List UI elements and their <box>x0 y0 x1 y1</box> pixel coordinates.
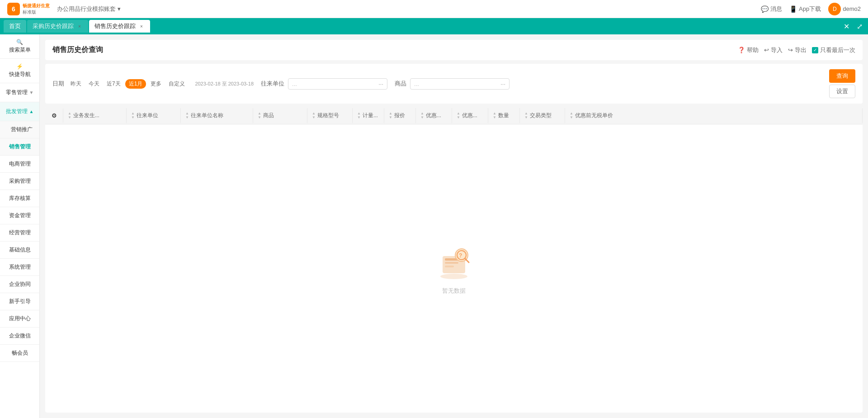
date-label: 日期 <box>52 80 64 88</box>
user-name: demo2 <box>843 5 861 12</box>
app-download-btn[interactable]: 📱 App下载 <box>789 5 821 13</box>
tab-purchase[interactable]: 采购历史价跟踪 × <box>27 20 88 33</box>
sidebar-item-sales-mgmt[interactable]: 销售管理 <box>0 138 39 156</box>
tab-home[interactable]: 首页 <box>4 20 26 33</box>
th-product[interactable]: ▲ ▼ 商品 <box>253 108 307 123</box>
source-ellipsis[interactable]: ··· <box>378 81 383 87</box>
header-right: 💬 消息 📱 App下载 D demo2 <box>761 3 861 15</box>
date-btn-custom[interactable]: 自定义 <box>166 79 188 89</box>
checkbox-icon: ✓ <box>812 47 818 53</box>
date-btn-more[interactable]: 更多 <box>148 79 164 89</box>
only-last-checkbox[interactable]: ✓ 只看最后一次 <box>812 46 855 54</box>
sidebar-item-system[interactable]: 系统管理 <box>0 259 39 276</box>
sidebar-item-corp[interactable]: 企业协同 <box>0 276 39 293</box>
svg-line-7 <box>465 259 469 262</box>
source-placeholder: ... <box>292 81 297 87</box>
help-btn[interactable]: ❓ 帮助 <box>738 46 759 54</box>
table-header: ⚙ ▲ ▼ 业务发生... ▲ ▼ 往来单位 <box>45 107 863 124</box>
table-settings-icon[interactable]: ⚙ <box>45 109 63 123</box>
sidebar-item-member[interactable]: 畅会员 <box>0 345 39 362</box>
top-header: 6 畅捷通好生意标准版 办公用品行业模拟账套 ▾ 💬 消息 📱 App下载 D … <box>0 0 868 18</box>
sidebar-item-corp-wechat[interactable]: 企业微信 <box>0 328 39 345</box>
sort-unit-id: ▲ ▼ <box>131 112 135 119</box>
sidebar: 🔍 搜索菜单 ⚡ 快捷导航 零售管理 ▼ 批发管理 ▲ 营销推广 销售管理 电商… <box>0 34 40 418</box>
product-label: 商品 <box>395 80 406 88</box>
tab-home-label: 首页 <box>9 22 21 30</box>
th-notax-price[interactable]: ▲ ▼ 优惠前无税单价 <box>565 108 863 123</box>
query-button[interactable]: 查询 <box>829 69 855 83</box>
sidebar-item-search[interactable]: 🔍 搜索菜单 <box>0 34 39 59</box>
th-discount1[interactable]: ▲ ▼ 优惠... <box>416 108 452 123</box>
sort-trade: ▲ ▼ <box>524 112 528 119</box>
product-placeholder: ... <box>414 81 419 87</box>
page-header: 销售历史价查询 ❓ 帮助 ↩ 导入 ↪ 导出 ✓ 只看最后一次 <box>45 40 863 60</box>
retail-arrow: ▼ <box>29 90 34 95</box>
empty-illustration: ? <box>434 242 474 283</box>
settings-button[interactable]: 设置 <box>829 85 855 98</box>
sidebar-item-retail[interactable]: 零售管理 ▼ <box>0 83 39 102</box>
sidebar-item-purchase[interactable]: 采购管理 <box>0 173 39 190</box>
th-qty[interactable]: ▲ ▼ 数量 <box>488 108 520 123</box>
sidebar-item-marketing[interactable]: 营销推广 <box>0 121 39 138</box>
date-btn-last1m[interactable]: 近1月 <box>125 79 146 89</box>
product-ellipsis[interactable]: ··· <box>500 81 505 87</box>
logo-text: 畅捷通好生意标准版 <box>23 3 50 15</box>
tab-sales-close[interactable]: × <box>138 23 145 29</box>
tab-purchase-close[interactable]: × <box>76 23 83 29</box>
export-btn[interactable]: ↪ 导出 <box>788 46 807 54</box>
search-bar: 日期 昨天 今天 近7天 近1月 更多 自定义 2023-02-18 至 202… <box>45 64 863 104</box>
close-tab-btn[interactable]: ✕ <box>842 21 851 32</box>
dropdown-icon: ▾ <box>118 5 121 12</box>
product-input[interactable]: ... ··· <box>410 78 509 90</box>
tab-sales[interactable]: 销售历史价跟踪 × <box>89 20 150 33</box>
sidebar-item-wholesale[interactable]: 批发管理 ▲ <box>0 102 39 121</box>
user-area[interactable]: D demo2 <box>828 3 861 15</box>
svg-rect-3 <box>445 262 458 264</box>
th-spec[interactable]: ▲ ▼ 规格型号 <box>307 108 353 123</box>
sidebar-item-basic[interactable]: 基础信息 <box>0 242 39 259</box>
expand-btn[interactable]: ⤢ <box>855 21 864 32</box>
sidebar-item-quick[interactable]: ⚡ 快捷导航 <box>0 59 39 83</box>
sidebar-item-inventory[interactable]: 库存核算 <box>0 190 39 207</box>
app-selector[interactable]: 办公用品行业模拟账套 ▾ <box>53 3 124 15</box>
sort-spec: ▲ ▼ <box>312 112 316 119</box>
sort-measure: ▲ ▼ <box>357 112 361 119</box>
sort-notax: ▲ ▼ <box>570 112 573 119</box>
th-unit-name[interactable]: ▲ ▼ 往来单位名称 <box>181 108 253 123</box>
th-trade-type[interactable]: ▲ ▼ 交易类型 <box>520 108 565 123</box>
app-title: 办公用品行业模拟账套 <box>57 5 116 13</box>
th-measure[interactable]: ▲ ▼ 计量... <box>353 108 384 123</box>
sort-discount2: ▲ ▼ <box>457 112 460 119</box>
date-btn-yesterday[interactable]: 昨天 <box>68 79 84 89</box>
main-layout: 🔍 搜索菜单 ⚡ 快捷导航 零售管理 ▼ 批发管理 ▲ 营销推广 销售管理 电商… <box>0 34 868 418</box>
th-quote[interactable]: ▲ ▼ 报价 <box>384 108 416 123</box>
sidebar-item-ecommerce[interactable]: 电商管理 <box>0 156 39 173</box>
tab-sales-label: 销售历史价跟踪 <box>94 22 136 30</box>
wholesale-arrow: ▲ <box>29 109 34 114</box>
page-title: 销售历史价查询 <box>52 45 103 55</box>
sidebar-item-finance[interactable]: 资金管理 <box>0 207 39 224</box>
message-icon: 💬 <box>761 5 769 13</box>
sort-discount1: ▲ ▼ <box>420 112 424 119</box>
th-biz-date[interactable]: ▲ ▼ 业务发生... <box>63 108 127 123</box>
tab-purchase-label: 采购历史价跟踪 <box>33 22 74 30</box>
sort-quote: ▲ ▼ <box>389 112 392 119</box>
date-btn-last7[interactable]: 近7天 <box>104 79 123 89</box>
message-btn[interactable]: 💬 消息 <box>761 5 782 13</box>
svg-rect-4 <box>445 266 454 267</box>
source-input[interactable]: ... ··· <box>288 78 387 90</box>
sidebar-item-guide[interactable]: 新手引导 <box>0 293 39 310</box>
empty-text: 暂无数据 <box>442 287 466 295</box>
sidebar-item-app-center[interactable]: 应用中心 <box>0 310 39 328</box>
user-avatar: D <box>828 3 841 15</box>
th-unit-id[interactable]: ▲ ▼ 往来单位 <box>127 108 181 123</box>
import-btn[interactable]: ↩ 导入 <box>764 46 783 54</box>
date-btn-today[interactable]: 今天 <box>86 79 102 89</box>
th-discount2[interactable]: ▲ ▼ 优惠... <box>452 108 488 123</box>
action-btns: 查询 设置 <box>829 69 855 98</box>
sort-qty: ▲ ▼ <box>493 112 496 119</box>
sort-product: ▲ ▼ <box>258 112 261 119</box>
sidebar-item-operation[interactable]: 经营管理 <box>0 224 39 242</box>
date-options: 昨天 今天 近7天 近1月 更多 自定义 <box>68 79 188 89</box>
export-icon: ↪ <box>788 47 793 53</box>
